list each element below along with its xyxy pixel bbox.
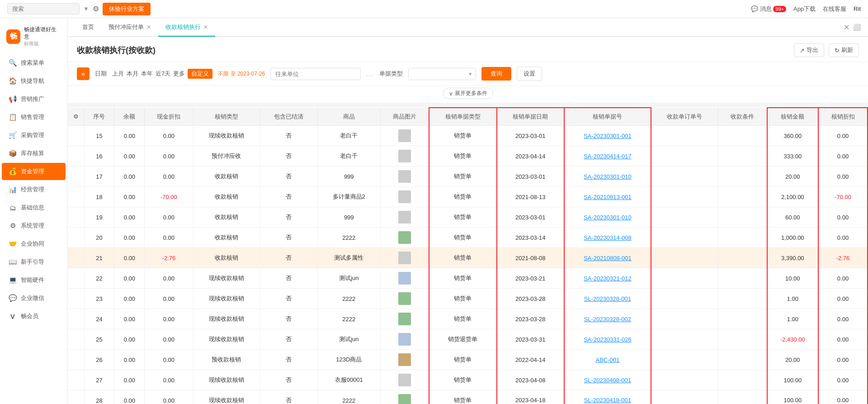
cell-verify-bill-no[interactable]: SA-20230301-001 (564, 126, 651, 146)
sidebar-item-search-menu[interactable]: 🔍 搜索菜单 (2, 54, 66, 71)
cell-verify-bill-no[interactable]: ABC-001 (564, 350, 651, 370)
filter-date-range: 不限 至 2023-07-26 (218, 70, 265, 78)
industry-solution-btn[interactable]: 休验行业方案 (103, 3, 151, 15)
cell-balance: 0.00 (114, 329, 145, 350)
col-settings[interactable]: ⚙ (68, 108, 84, 126)
sidebar-item-quick-nav[interactable]: 🏠 快捷导航 (2, 72, 66, 90)
cell-collect-order-no (651, 390, 718, 404)
cell-settings (68, 248, 84, 268)
cell-goods-img (380, 268, 429, 289)
cell-verify-bill-date: 2021-08-08 (497, 248, 564, 268)
cell-verify-bill-no[interactable]: SL-20230418-001 (564, 390, 651, 404)
gear-icon[interactable]: ⚙ (93, 5, 99, 13)
export-btn[interactable]: ↗ 导出 (794, 43, 824, 57)
bill-type-select[interactable] (408, 68, 476, 80)
sidebar-item-label: 基础信息 (21, 204, 44, 212)
app-download-link[interactable]: App下载 (793, 5, 816, 13)
cell-verify-bill-no[interactable]: SL-20230328-002 (564, 309, 651, 329)
date-label: 日期 (95, 70, 107, 78)
dropdown-arrow-icon[interactable]: ▼ (83, 5, 89, 12)
search-btn[interactable]: 查询 (481, 67, 511, 81)
quick-nav-icon: 🏠 (8, 77, 17, 85)
last7-link[interactable]: 近7天 (156, 70, 170, 78)
sidebar-item-guide[interactable]: 📖 新手引导 (2, 253, 66, 271)
cell-verify-type: 现续收款核销 (193, 329, 260, 350)
cell-verify-bill-date: 2023-03-31 (497, 329, 564, 350)
tab-collect-close[interactable]: ✕ (203, 24, 208, 30)
cell-goods-img (380, 146, 429, 166)
sidebar-item-smart-hw[interactable]: 💻 智能硬件 (2, 271, 66, 289)
setting-btn[interactable]: 设置 (517, 67, 542, 81)
sidebar-item-enterprise[interactable]: 🤝 企业协同 (2, 235, 66, 252)
sidebar-item-marketing[interactable]: 📢 营销推广 (2, 90, 66, 108)
refresh-btn[interactable]: ↻ 刷新 (829, 43, 859, 57)
cell-included: 否 (260, 309, 318, 329)
cell-collect-order-no (651, 350, 718, 370)
cell-settings (68, 390, 84, 404)
cell-verify-bill-no[interactable]: SA-20230414-017 (564, 146, 651, 166)
cell-verify-bill-no[interactable]: SL-20230408-001 (564, 370, 651, 390)
cell-verify-discount: 0.00 (818, 166, 868, 187)
cell-verify-bill-date: 2023-04-08 (497, 370, 564, 390)
cell-verify-bill-no[interactable]: SA-20230321-012 (564, 268, 651, 289)
sidebar-item-member[interactable]: V 畅会员 (2, 308, 66, 325)
custom-link[interactable]: 自定义 (188, 69, 212, 79)
cell-verify-bill-no[interactable]: SA-20230331-026 (564, 329, 651, 350)
cell-collect-condition (718, 187, 767, 207)
sidebar-item-label: 采购管理 (21, 131, 44, 139)
counterpart-input[interactable] (270, 68, 361, 80)
table-wrapper: ⚙ 序号 余额 现金折扣 核销类型 包含已结清 商品 商品图片 核销单据类型 核… (68, 107, 868, 404)
tab-prepay-close[interactable]: ✕ (146, 24, 151, 30)
expand-more-btn[interactable]: ∨ 展开更多条件 (443, 88, 493, 99)
sidebar-item-purchase[interactable]: 🛒 采购管理 (2, 127, 66, 144)
sidebar-item-operation[interactable]: 📊 经营管理 (2, 181, 66, 198)
cell-verify-type: 现续收款核销 (193, 309, 260, 329)
message-icon[interactable]: 💬 消息 99+ (751, 5, 786, 13)
cell-verify-bill-no[interactable]: SA-20230314-008 (564, 228, 651, 248)
chevron-down-icon: ∨ (449, 90, 453, 97)
sidebar-item-sales[interactable]: 📋 销售管理 (2, 109, 66, 126)
filter-toggle-btn[interactable]: » (77, 67, 90, 80)
sidebar-item-inventory[interactable]: 📦 库存核算 (2, 145, 66, 162)
message-badge: 99+ (773, 6, 786, 12)
sidebar-item-system[interactable]: ⚙ 系统管理 (2, 217, 66, 234)
cell-verify-bill-type: 销货单 (429, 126, 496, 146)
cell-verify-bill-no[interactable]: SA-20230301-010 (564, 166, 651, 187)
table-row: 18 0.00 -70.00 收款核销 否 多计量商品2 销货单 2021-08… (68, 187, 868, 207)
sidebar-item-label: 经营管理 (21, 185, 44, 194)
sidebar-item-label: 智能硬件 (21, 276, 44, 284)
cell-verify-bill-no[interactable]: SA-20210813-001 (564, 187, 651, 207)
cell-goods-img (380, 390, 429, 404)
cell-goods: 123D商品 (317, 350, 380, 370)
cell-included: 否 (260, 248, 318, 268)
window-close-icon[interactable]: ✕ (844, 23, 849, 32)
cell-collect-condition (718, 248, 767, 268)
cell-verify-bill-type: 销货单 (429, 228, 496, 248)
last-month-link[interactable]: 上月 (112, 70, 124, 78)
base-info-icon: 🗂 (8, 204, 17, 212)
cell-verify-bill-date: 2023-03-14 (497, 228, 564, 248)
sidebar-item-finance[interactable]: 💰 资金管理 (2, 163, 66, 180)
cell-verify-amount: 20.00 (767, 166, 818, 187)
window-maximize-icon[interactable]: ⬜ (853, 24, 861, 31)
cell-verify-bill-type: 销货单 (429, 350, 496, 370)
cell-verify-bill-no[interactable]: SL-20230328-001 (564, 289, 651, 309)
this-month-link[interactable]: 本月 (127, 70, 138, 78)
cell-verify-type: 收款核销 (193, 207, 260, 228)
tab-collect[interactable]: 收款核销执行 ✕ (158, 19, 215, 37)
cell-verify-amount: 1.00 (767, 289, 818, 309)
cell-verify-bill-no[interactable]: SA-20230301-010 (564, 207, 651, 228)
this-year-link[interactable]: 本年 (141, 70, 153, 78)
search-input[interactable] (7, 3, 80, 14)
sidebar-item-base-info[interactable]: 🗂 基础信息 (2, 199, 66, 216)
cell-verify-bill-no[interactable]: SA-20210808-001 (564, 248, 651, 268)
sidebar-item-wechat[interactable]: 💬 企业微信 (2, 290, 66, 307)
tab-home[interactable]: 首页 (75, 19, 101, 37)
cell-verify-bill-date: 2023-03-01 (497, 166, 564, 187)
cell-verify-amount: 1.00 (767, 309, 818, 329)
tab-prepay[interactable]: 预付冲应付单 ✕ (101, 19, 158, 37)
online-service-link[interactable]: 在线客服 (823, 5, 846, 13)
more-link[interactable]: 更多 (173, 70, 185, 78)
cell-collect-condition (718, 329, 767, 350)
sidebar-item-label: 企业微信 (21, 294, 44, 302)
